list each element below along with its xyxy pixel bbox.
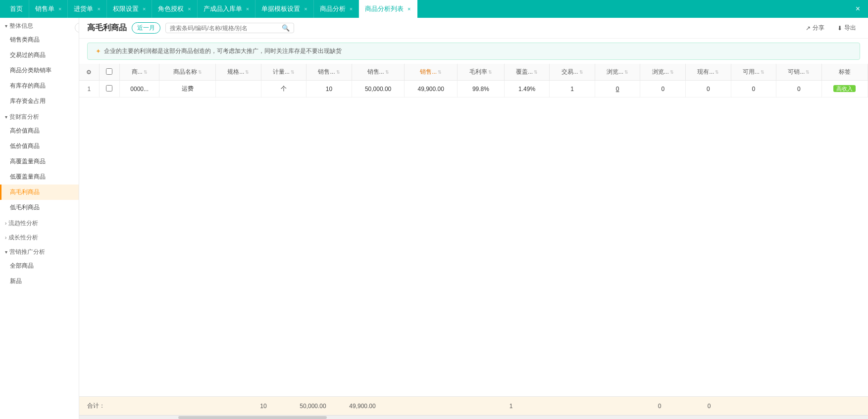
nav-tab-analysis-list[interactable]: 商品分析列表 ×	[359, 0, 417, 18]
sort-icon-7: ⇅	[438, 70, 442, 75]
close-purchase-tab[interactable]: ×	[97, 6, 100, 12]
sort-icon: ⇅	[144, 70, 148, 75]
footer-current-stock: 0	[640, 403, 679, 410]
sidebar-section-wealth[interactable]: ▾ 贫财富分析	[0, 109, 79, 123]
close-analysis-tab[interactable]: ×	[350, 6, 353, 12]
search-input[interactable]	[170, 25, 280, 32]
close-analysis-list-tab[interactable]: ×	[408, 6, 410, 12]
nav-tab-home[interactable]: 首页	[4, 0, 29, 18]
arrow-down-icon-3: ▾	[5, 249, 7, 255]
table-container: ⚙ 商... ⇅ 商品名称	[79, 64, 868, 396]
close-roles-tab[interactable]: ×	[188, 6, 191, 12]
sort-icon-15: ⇅	[806, 70, 810, 75]
sidebar-item-high-value[interactable]: 高价值商品	[0, 123, 79, 139]
col-name[interactable]: 商品名称 ⇅	[159, 64, 216, 81]
sidebar-item-category-rate[interactable]: 商品分类助销率	[0, 63, 79, 78]
sidebar-section-growth[interactable]: › 成长性分析	[0, 230, 79, 244]
nav-tab-permissions[interactable]: 权限设置 ×	[107, 0, 152, 18]
tip-text: 企业的主要的利润都是这部分商品创造的，可考虑加大推广，同时关注库存是不要出现缺货	[104, 47, 342, 55]
close-permissions-tab[interactable]: ×	[143, 6, 146, 12]
col-coverage[interactable]: 覆盖... ⇅	[504, 64, 550, 81]
sidebar-item-all-goods[interactable]: 全部商品	[0, 258, 79, 274]
col-sales-profit[interactable]: 销售... ⇅	[405, 64, 458, 81]
row-checkbox[interactable]	[106, 85, 112, 92]
cell-browse1[interactable]: 0	[595, 81, 640, 97]
sidebar-section-wealth-label: 贫财富分析	[9, 113, 39, 121]
cell-unit: 个	[261, 81, 306, 97]
close-sales-tab[interactable]: ×	[58, 6, 61, 12]
sidebar-item-high-margin[interactable]: 高毛利商品	[0, 185, 79, 200]
data-table: ⚙ 商... ⇅ 商品名称	[79, 64, 868, 97]
cell-gross-margin: 99.8%	[458, 81, 505, 97]
col-gross-margin[interactable]: 毛利率 ⇅	[458, 64, 505, 81]
col-code[interactable]: 商... ⇅	[120, 64, 159, 81]
sidebar-item-low-margin[interactable]: 低毛利商品	[0, 200, 79, 215]
export-button[interactable]: ⬇ 导出	[833, 22, 860, 34]
col-settings[interactable]: ⚙	[79, 64, 99, 81]
cell-coverage: 1.49%	[504, 81, 550, 97]
info-tip-bar: ✦ 企业的主要的利润都是这部分商品创造的，可考虑加大推广，同时关注库存是不要出现…	[87, 43, 860, 60]
nav-tab-sales[interactable]: 销售单 ×	[29, 0, 68, 18]
nav-label-purchase: 进货单	[74, 4, 93, 13]
sidebar-item-high-coverage[interactable]: 高覆盖量商品	[0, 154, 79, 169]
date-filter-button[interactable]: 近一月	[132, 22, 160, 34]
col-sellable[interactable]: 可销... ⇅	[776, 64, 822, 81]
sidebar-section-trend[interactable]: › 流趋性分析	[0, 215, 79, 230]
scrollbar-thumb[interactable]	[178, 416, 327, 419]
horizontal-scrollbar[interactable]	[79, 415, 868, 419]
close-production-tab[interactable]: ×	[246, 6, 249, 12]
col-spec[interactable]: 规格... ⇅	[216, 64, 261, 81]
close-template-tab[interactable]: ×	[304, 6, 307, 12]
sidebar-item-sales-goods[interactable]: 销售类商品	[0, 32, 79, 47]
nav-tab-purchase[interactable]: 进货单 ×	[68, 0, 106, 18]
sidebar-item-low-value[interactable]: 低价值商品	[0, 139, 79, 154]
sidebar-section-growth-label: 成长性分析	[8, 233, 38, 242]
nav-label-analysis-list: 商品分析列表	[365, 4, 404, 13]
nav-tab-analysis[interactable]: 商品分析 ×	[314, 0, 359, 18]
cell-spec	[216, 81, 261, 97]
nav-label-template: 单据模板设置	[261, 4, 300, 13]
footer-transaction: 1	[491, 403, 531, 410]
sort-icon-4: ⇅	[291, 70, 295, 75]
cell-sales-profit: 49,900.00	[405, 81, 458, 97]
search-icon[interactable]: 🔍	[282, 24, 290, 32]
col-current-stock[interactable]: 现有... ⇅	[686, 64, 731, 81]
select-all-checkbox[interactable]	[106, 68, 112, 75]
page-title: 高毛利商品	[87, 23, 127, 33]
nav-tab-roles[interactable]: 角色授权 ×	[152, 0, 197, 18]
cell-checkbox[interactable]	[99, 81, 120, 97]
col-checkbox[interactable]	[99, 64, 120, 81]
col-sales-count[interactable]: 销售... ⇅	[306, 64, 352, 81]
arrow-down-icon-2: ▾	[5, 114, 7, 120]
sidebar-item-stocked-goods[interactable]: 有库存的商品	[0, 78, 79, 93]
cell-browse2: 0	[640, 81, 686, 97]
cell-code: 0000...	[120, 81, 159, 97]
sidebar-item-new-goods[interactable]: 新品	[0, 274, 79, 289]
footer-sales-profit: 49,900.00	[343, 403, 382, 410]
sidebar-item-low-coverage[interactable]: 低覆盖量商品	[0, 169, 79, 185]
col-transaction[interactable]: 交易... ⇅	[550, 64, 595, 81]
sidebar-section-marketing[interactable]: ▾ 营销推广分析	[0, 244, 79, 258]
cell-transaction: 1	[550, 81, 595, 97]
col-browse1[interactable]: 浏览... ⇅	[595, 64, 640, 81]
nav-tab-template[interactable]: 单据模板设置 ×	[255, 0, 313, 18]
share-button[interactable]: ↗ 分享	[802, 22, 828, 34]
col-tag[interactable]: 标签	[821, 64, 868, 81]
sidebar-item-stock-capital[interactable]: 库存资金占用	[0, 93, 79, 109]
cell-tag: 高收入	[821, 81, 868, 97]
export-icon: ⬇	[837, 25, 842, 32]
sidebar-section-overall[interactable]: ▾ 整体信息	[0, 18, 79, 32]
nav-label-permissions: 权限设置	[113, 4, 139, 13]
col-unit[interactable]: 计量... ⇅	[261, 64, 306, 81]
sidebar-item-traded-goods[interactable]: 交易过的商品	[0, 47, 79, 63]
col-sales-amount[interactable]: 销售... ⇅	[352, 64, 405, 81]
cell-available: 0	[731, 81, 776, 97]
cell-num: 1	[79, 81, 99, 97]
col-browse2[interactable]: 浏览... ⇅	[640, 64, 686, 81]
nav-tab-production[interactable]: 产成品入库单 ×	[198, 0, 255, 18]
header-actions: ↗ 分享 ⬇ 导出	[802, 22, 860, 34]
arrow-right-icon-2: ›	[5, 235, 6, 240]
close-window-button[interactable]: ×	[852, 4, 864, 13]
col-available[interactable]: 可用... ⇅	[731, 64, 776, 81]
sort-icon-5: ⇅	[336, 70, 340, 75]
